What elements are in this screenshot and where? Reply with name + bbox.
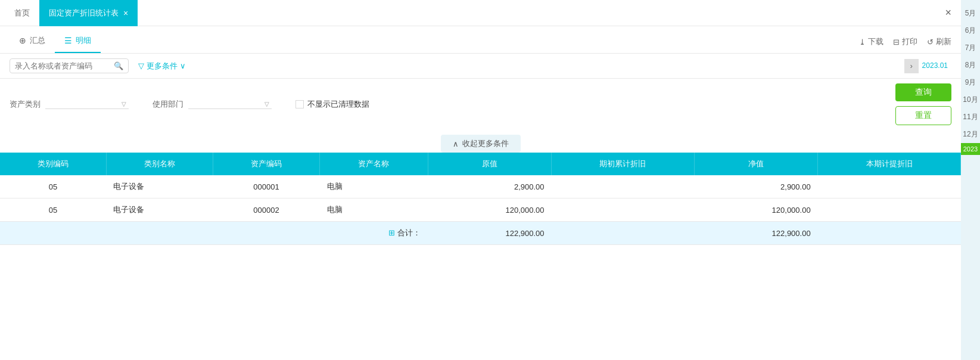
active-tab[interactable]: 固定资产折旧统计表 × bbox=[39, 0, 138, 26]
table-row: 05 电子设备 000001 电脑 2,900.00 2,900.00 bbox=[0, 175, 961, 198]
department-arrow-icon: ▽ bbox=[265, 101, 269, 107]
sidebar-month-item[interactable]: 6月 bbox=[960, 22, 980, 39]
hide-cleared-field: 不显示已清理数据 bbox=[295, 99, 369, 110]
data-table: 类别编码 类别名称 资产编码 资产名称 原值 期初累计折旧 净值 本期计提折旧 … bbox=[0, 153, 961, 245]
download-icon: ⤓ bbox=[859, 38, 866, 46]
cell-current-depreciation bbox=[818, 198, 961, 222]
tab-title: 固定资产折旧统计表 bbox=[49, 8, 119, 18]
filter-label: 更多条件 bbox=[147, 61, 178, 72]
total-icon: ⊞ bbox=[388, 228, 395, 237]
cell-accumulated-depreciation bbox=[552, 175, 695, 198]
search-box: 🔍 bbox=[10, 58, 129, 73]
search-icon[interactable]: 🔍 bbox=[114, 61, 123, 70]
total-label-cell bbox=[0, 222, 320, 245]
cell-asset-name: 电脑 bbox=[320, 175, 428, 198]
tab-summary[interactable]: ⊕ 汇总 bbox=[10, 35, 55, 53]
detail-icon: ☰ bbox=[64, 36, 72, 45]
top-nav: 首页 固定资产折旧统计表 × × bbox=[0, 0, 961, 26]
cell-asset-code: 000002 bbox=[213, 198, 319, 222]
filter-icon: ▽ bbox=[138, 61, 144, 70]
col-net-value: 净值 bbox=[694, 153, 817, 175]
collapse-label: 收起更多条件 bbox=[462, 138, 509, 149]
year-badge[interactable]: 2023 bbox=[961, 143, 980, 155]
sidebar-month-item[interactable]: 7月 bbox=[960, 39, 980, 57]
sidebar-month-item[interactable]: 8月 bbox=[960, 57, 980, 74]
filter-row: 资产类别 ▽ 使用部门 ▽ 不显示已清理数据 查询 重置 bbox=[0, 79, 961, 125]
search-toolbar: 🔍 ▽ 更多条件 ∨ › 2023.01 bbox=[0, 54, 961, 79]
more-filter-btn[interactable]: ▽ 更多条件 ∨ bbox=[138, 61, 186, 72]
asset-type-select[interactable]: ▽ bbox=[45, 100, 129, 109]
total-label: ⊞合计： bbox=[320, 222, 428, 245]
filter-arrow-icon: ∨ bbox=[180, 61, 186, 70]
sidebar-month-item[interactable]: 12月 bbox=[960, 126, 980, 143]
table-header-row: 类别编码 类别名称 资产编码 资产名称 原值 期初累计折旧 净值 本期计提折旧 bbox=[0, 153, 961, 175]
total-original-value: 122,900.00 bbox=[428, 222, 551, 245]
cell-category-code: 05 bbox=[0, 175, 106, 198]
col-accumulated-depreciation: 期初累计折旧 bbox=[552, 153, 695, 175]
tab-detail-label: 明细 bbox=[76, 35, 91, 46]
cell-category-name: 电子设备 bbox=[106, 175, 213, 198]
cell-asset-code: 000001 bbox=[213, 175, 319, 198]
cell-net-value: 120,000.00 bbox=[694, 198, 817, 222]
print-label: 打印 bbox=[902, 36, 917, 47]
total-current bbox=[818, 222, 961, 245]
print-icon: ⊟ bbox=[893, 38, 900, 46]
collapse-icon: ∧ bbox=[453, 139, 459, 148]
summary-icon: ⊕ bbox=[19, 36, 26, 45]
right-sidebar: 5月6月7月8月9月10月11月12月 2023 bbox=[961, 0, 980, 360]
print-btn[interactable]: ⊟ 打印 bbox=[893, 36, 917, 47]
window-close-btn[interactable]: × bbox=[945, 7, 951, 19]
col-category-name: 类别名称 bbox=[106, 153, 213, 175]
download-btn[interactable]: ⤓ 下载 bbox=[859, 36, 883, 47]
asset-type-arrow-icon: ▽ bbox=[122, 101, 126, 107]
cell-accumulated-depreciation bbox=[552, 198, 695, 222]
reset-btn[interactable]: 重置 bbox=[895, 106, 951, 125]
collapse-btn[interactable]: ∧ 收起更多条件 bbox=[441, 135, 521, 153]
asset-type-field: 资产类别 ▽ bbox=[10, 99, 129, 110]
refresh-icon: ↺ bbox=[927, 38, 934, 46]
col-category-code: 类别编码 bbox=[0, 153, 106, 175]
department-label: 使用部门 bbox=[153, 99, 183, 110]
sidebar-month-item[interactable]: 9月 bbox=[960, 74, 980, 91]
total-row: ⊞合计： 122,900.00 122,900.00 bbox=[0, 222, 961, 245]
col-current-depreciation: 本期计提折旧 bbox=[818, 153, 961, 175]
cell-category-code: 05 bbox=[0, 198, 106, 222]
cell-current-depreciation bbox=[818, 175, 961, 198]
collapse-row: ∧ 收起更多条件 bbox=[0, 125, 961, 153]
cell-asset-name: 电脑 bbox=[320, 198, 428, 222]
content-container: ⊕ 汇总 ☰ 明细 ⤓ 下载 ⊟ 打印 ↺ 刷新 bbox=[0, 26, 961, 360]
col-original-value: 原值 bbox=[428, 153, 551, 175]
cell-original-value: 120,000.00 bbox=[428, 198, 551, 222]
sidebar-month-item[interactable]: 10月 bbox=[960, 91, 980, 108]
col-asset-code: 资产编码 bbox=[213, 153, 319, 175]
hide-cleared-checkbox[interactable] bbox=[295, 100, 304, 108]
hide-cleared-label: 不显示已清理数据 bbox=[307, 99, 369, 110]
total-accumulated bbox=[552, 222, 695, 245]
table-row: 05 电子设备 000002 电脑 120,000.00 120,000.00 bbox=[0, 198, 961, 222]
tab-detail[interactable]: ☰ 明细 bbox=[55, 35, 101, 53]
tab-bar: ⊕ 汇总 ☰ 明细 ⤓ 下载 ⊟ 打印 ↺ 刷新 bbox=[0, 26, 961, 54]
refresh-btn[interactable]: ↺ 刷新 bbox=[927, 36, 951, 47]
download-label: 下载 bbox=[868, 36, 883, 47]
asset-type-label: 资产类别 bbox=[10, 99, 41, 110]
sidebar-month-item[interactable]: 5月 bbox=[960, 5, 980, 22]
cell-category-name: 电子设备 bbox=[106, 198, 213, 222]
sidebar-month-item[interactable]: 11月 bbox=[960, 108, 980, 126]
home-nav[interactable]: 首页 bbox=[10, 8, 35, 18]
date-display: 2023.01 bbox=[919, 59, 951, 73]
total-net-value: 122,900.00 bbox=[694, 222, 817, 245]
refresh-label: 刷新 bbox=[936, 36, 951, 47]
department-field: 使用部门 ▽ bbox=[153, 99, 272, 110]
tab-close-btn[interactable]: × bbox=[123, 8, 128, 18]
col-asset-name: 资产名称 bbox=[320, 153, 428, 175]
data-table-container: 类别编码 类别名称 资产编码 资产名称 原值 期初累计折旧 净值 本期计提折旧 … bbox=[0, 153, 961, 360]
expand-panel-btn[interactable]: › bbox=[904, 59, 919, 73]
cell-net-value: 2,900.00 bbox=[694, 175, 817, 198]
tab-summary-label: 汇总 bbox=[30, 35, 45, 46]
search-input[interactable] bbox=[15, 61, 110, 70]
department-select[interactable]: ▽ bbox=[188, 100, 272, 109]
query-btn[interactable]: 查询 bbox=[895, 83, 951, 101]
cell-original-value: 2,900.00 bbox=[428, 175, 551, 198]
